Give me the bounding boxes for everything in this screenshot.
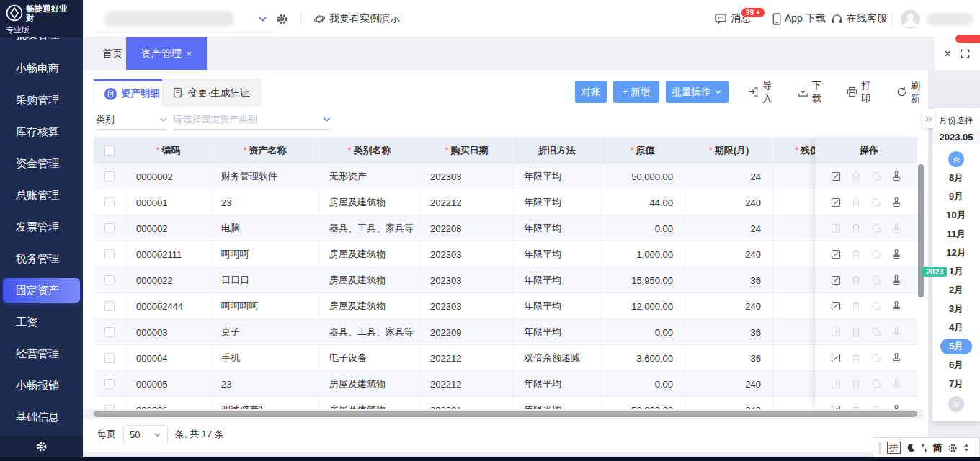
moon-icon[interactable] — [906, 443, 916, 452]
required-mark: * — [709, 145, 713, 156]
tab-asset-management[interactable]: 资产管理 × — [126, 37, 207, 70]
refresh-button[interactable]: 刷新 — [896, 79, 929, 105]
messages-button[interactable]: 消息 — [715, 0, 751, 37]
row-checkbox[interactable] — [104, 197, 115, 207]
ime-gear-icon[interactable] — [948, 443, 958, 453]
cell-code: 000004 — [126, 345, 211, 371]
sidebar-item-11[interactable]: 经营管理 — [0, 338, 83, 370]
sidebar-item-10[interactable]: 工资 — [0, 306, 83, 338]
close-icon[interactable]: × — [945, 48, 951, 61]
edit-icon[interactable] — [831, 249, 841, 259]
cell-code: 000003 — [126, 319, 211, 345]
cell-value: 0000002 — [136, 171, 173, 182]
row-checkbox[interactable] — [104, 327, 115, 337]
fullscreen-icon[interactable] — [961, 49, 970, 58]
cell-value: 12,000.00 — [600, 293, 685, 319]
sidebar-item-5[interactable]: 资金管理 — [0, 148, 83, 179]
add-button[interactable]: + 新增 — [613, 81, 659, 103]
row-checkbox[interactable] — [104, 249, 115, 259]
asset-detail-panel: 资产明细 变更·生成凭证 对账 + 新增 批量操作 导入 下载 打印 刷新 — [83, 70, 928, 452]
month-item-10月[interactable]: 10月 — [932, 206, 980, 225]
month-item-2月[interactable]: 2月 — [932, 281, 980, 300]
edit-icon[interactable] — [831, 197, 841, 207]
month-item-9月[interactable]: 9月 — [932, 187, 980, 206]
horizontal-scrollbar[interactable] — [94, 411, 917, 417]
settings-gear-icon[interactable] — [36, 441, 48, 452]
sidebar-item-label: 小畅电商 — [16, 62, 59, 76]
print-button[interactable]: 打印 — [847, 79, 879, 105]
table-row: 0000022日日日房屋及建筑物202303年限平均15,950.0036 — [94, 267, 824, 293]
stamp-icon[interactable] — [891, 275, 901, 285]
stamp-icon[interactable] — [891, 301, 901, 311]
cell-method: 年限平均 — [514, 189, 600, 215]
sidebar-item-7[interactable]: 发票管理 — [0, 211, 83, 243]
download-button[interactable]: 下载 — [798, 79, 830, 105]
sidebar-item-2[interactable]: 小畅电商 — [0, 53, 83, 84]
stamp-icon[interactable] — [891, 249, 901, 259]
stamp-icon[interactable] — [891, 197, 901, 207]
edit-icon[interactable] — [831, 275, 841, 285]
month-item-5月[interactable]: 5月 — [932, 337, 980, 356]
month-item-8月[interactable]: 8月 — [932, 169, 980, 187]
sidebar-item-12[interactable]: 小畅报销 — [0, 370, 83, 401]
promo-floater[interactable] — [956, 35, 980, 43]
row-checkbox[interactable] — [104, 171, 115, 182]
download-label: 下载 — [812, 79, 830, 105]
sidebar-item-13[interactable]: 基础信息 — [0, 401, 83, 433]
category-filter-select[interactable]: 类别 — [96, 109, 168, 130]
sidebar-item-8[interactable]: 税务管理 — [0, 243, 83, 274]
category-value-select[interactable]: 请选择固定资产类别 — [173, 109, 331, 130]
edit-icon[interactable] — [831, 405, 841, 410]
scroll-months-down-button[interactable] — [948, 396, 964, 412]
app-download-button[interactable]: App 下载 — [772, 0, 826, 37]
sidebar-item-4[interactable]: 库存核算 — [0, 116, 83, 148]
topbar-gear[interactable] — [276, 0, 288, 37]
month-panel-collapse[interactable] — [922, 109, 935, 128]
online-service-button[interactable]: 在线客服 — [831, 0, 887, 37]
row-checkbox[interactable] — [104, 301, 115, 311]
month-item-12月[interactable]: 12月 — [932, 243, 980, 262]
demo-link[interactable]: 我要看实例演示 — [313, 0, 400, 37]
per-page-select[interactable]: 50 — [123, 425, 168, 444]
sidebar-item-3[interactable]: 采购管理 — [0, 84, 83, 116]
stamp-icon[interactable] — [891, 405, 901, 410]
cell-value: 23 — [221, 197, 231, 208]
month-item-7月[interactable]: 7月 — [932, 375, 980, 393]
month-item-6月[interactable]: 6月 — [932, 356, 980, 375]
select-all-checkbox[interactable] — [104, 146, 115, 156]
month-item-4月[interactable]: 4月 — [932, 318, 980, 337]
close-tab-icon[interactable]: × — [187, 49, 192, 58]
import-button[interactable]: 导入 — [748, 79, 780, 105]
stamp-icon[interactable] — [891, 353, 901, 363]
cell-name: 日日日 — [211, 267, 319, 293]
stamp-icon[interactable] — [891, 171, 901, 182]
ime-expand-icon[interactable] — [963, 443, 969, 452]
edit-icon[interactable] — [831, 301, 841, 311]
column-header: *类别名称 — [319, 137, 420, 164]
tab-asset-detail[interactable]: 资产明细 — [94, 79, 171, 106]
scroll-months-up-button[interactable] — [948, 151, 964, 167]
sidebar-item-9[interactable]: 固定资产 — [3, 278, 80, 303]
batch-actions-button[interactable]: 批量操作 — [666, 81, 729, 103]
user-account[interactable] — [901, 0, 973, 37]
month-item-11月[interactable]: 11月 — [932, 225, 980, 243]
row-checkbox-cell — [94, 293, 126, 319]
month-item-3月[interactable]: 3月 — [932, 300, 980, 318]
row-checkbox[interactable] — [104, 353, 115, 363]
ime-punctuation-icon[interactable]: ’, — [922, 442, 927, 453]
transfer-icon — [871, 249, 881, 259]
cell-months: 240 — [685, 189, 773, 215]
vertical-scrollbar[interactable] — [918, 164, 924, 297]
ime-pinyin-icon[interactable]: 拼 — [887, 442, 901, 454]
sidebar-item-6[interactable]: 总账管理 — [0, 179, 83, 211]
ime-simplified-icon[interactable]: 简 — [932, 442, 942, 455]
row-checkbox[interactable] — [104, 223, 115, 233]
row-checkbox[interactable] — [104, 379, 115, 389]
row-checkbox[interactable] — [104, 275, 115, 285]
reconcile-button[interactable]: 对账 — [575, 81, 607, 103]
edit-icon[interactable] — [831, 353, 841, 363]
tab-change-voucher[interactable]: 变更·生成凭证 — [162, 79, 261, 106]
edit-icon[interactable] — [831, 171, 841, 182]
ime-drag-handle[interactable] — [879, 442, 881, 454]
cell-value: 房屋及建筑物 — [329, 377, 386, 390]
